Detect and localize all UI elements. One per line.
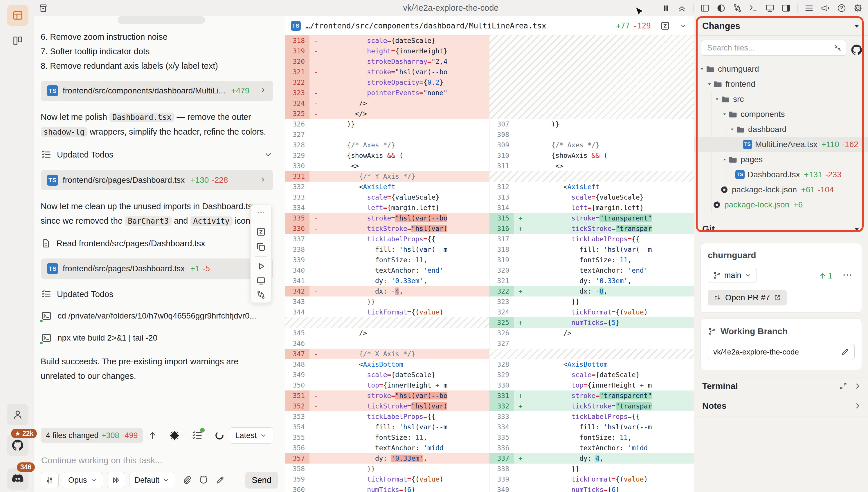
collapse-caret-icon[interactable] — [852, 22, 861, 30]
composer-settings-button[interactable] — [41, 472, 58, 488]
arrow-up-icon[interactable] — [147, 430, 158, 441]
composer-input[interactable]: Continue working on this task... — [34, 450, 285, 467]
code-content: /> — [323, 98, 489, 108]
latest-dropdown[interactable]: Latest — [229, 427, 273, 444]
contrast-icon[interactable] — [716, 3, 726, 13]
git-compare-icon[interactable] — [732, 3, 742, 13]
branch-dropdown[interactable]: main — [708, 268, 757, 283]
changes-section-header[interactable]: Changes — [702, 21, 861, 31]
copy-icon[interactable] — [256, 241, 266, 252]
chevron-right-icon[interactable] — [853, 401, 862, 411]
files-changed-chip[interactable]: 4 files changed +308 -499 — [41, 428, 143, 443]
panel-left-icon[interactable] — [700, 3, 710, 13]
edit-pencil-icon[interactable] — [840, 347, 850, 356]
caret-down-icon[interactable] — [714, 96, 720, 102]
fast-forward-button[interactable] — [107, 472, 125, 488]
tree-item-dashboard-tsx[interactable]: TSDashboard.tsx+131-233 — [694, 167, 868, 182]
code-content: height={innerHeight} — [323, 46, 489, 56]
pen-icon[interactable] — [215, 475, 225, 485]
dots-h-icon[interactable] — [256, 207, 266, 218]
tree-item-package-lock-json[interactable]: package-lock.json+6 — [694, 197, 868, 212]
git-title: Git — [702, 224, 715, 235]
repo-more-menu[interactable]: ⋯ — [842, 269, 853, 280]
terminal-command-row[interactable]: cd /private/var/folders/10/h7w0q46556ggr… — [41, 310, 273, 322]
tree-item-package-lock-json[interactable]: package-lock.json+61-104 — [694, 182, 868, 197]
rail-workspace-button[interactable] — [7, 5, 28, 26]
caret-down-icon[interactable] — [721, 111, 728, 118]
code-token: = — [612, 475, 616, 483]
collapse-tree-icon[interactable] — [833, 44, 842, 52]
todo-list-icon-wrap[interactable] — [191, 429, 203, 441]
deleted-count: -233 — [825, 170, 842, 179]
diff-line: 351- stroke="hsl(var(--bo — [285, 391, 489, 401]
terminal-command-row[interactable]: npx vite build 2>&1 | tail -20 — [41, 332, 273, 344]
code-content: numTicks={5} — [527, 317, 694, 328]
file-search-input[interactable]: Search files... — [701, 40, 846, 56]
file-change-chip[interactable]: TSfrontend/src/pages/Dashboard.tsx+1-5 — [41, 259, 273, 279]
tree-item-src[interactable]: src — [694, 92, 868, 107]
run-icon[interactable] — [256, 261, 266, 272]
code-content: fontSize: 11, — [323, 255, 489, 265]
tree-item-frontend[interactable]: frontend — [694, 77, 868, 92]
file-change-chip[interactable]: TSfrontend/src/components/dashboard/Mult… — [41, 81, 273, 101]
mode-dropdown[interactable]: Default — [129, 472, 175, 488]
panel-right-icon[interactable] — [781, 3, 791, 13]
menu-icon[interactable] — [804, 3, 814, 13]
file-change-chip[interactable]: TSfrontend/src/pages/Dashboard.tsx+130-2… — [41, 170, 273, 190]
rail-boards-button[interactable] — [7, 30, 28, 52]
terminal-icon[interactable] — [749, 3, 758, 13]
terminal-section-header[interactable]: Terminal — [702, 381, 862, 391]
tree-item-dashboard[interactable]: dashboard — [694, 122, 868, 137]
ahead-count[interactable]: 1 — [819, 271, 832, 280]
help-icon[interactable] — [837, 3, 846, 13]
github-cat-icon[interactable] — [850, 44, 863, 56]
settings-icon[interactable] — [853, 3, 863, 13]
file-path: frontend/src/pages/Dashboard.tsx — [63, 264, 185, 273]
megaphone-icon[interactable] — [820, 3, 830, 13]
caret-down-icon[interactable] — [706, 81, 713, 87]
working-branch-input[interactable]: vk/4e2a-explore-the-code — [708, 344, 855, 360]
rail-account-button[interactable] — [7, 404, 28, 425]
code-token: "transpar — [616, 225, 652, 232]
expand-icon[interactable] — [839, 382, 848, 391]
tree-item-components[interactable]: components — [694, 107, 868, 122]
monitor-icon[interactable] — [256, 276, 266, 286]
collapse-caret-icon[interactable] — [852, 225, 861, 233]
notes-section-header[interactable]: Notes — [702, 401, 862, 411]
caret-down-icon[interactable] — [729, 126, 735, 132]
collapse-up-icon[interactable] — [677, 3, 687, 13]
tree-item-multilinearea-tsx[interactable]: TSMultiLineArea.tsx+110-162 — [694, 137, 868, 152]
diff-doc-icon[interactable] — [256, 226, 266, 237]
archive-icon[interactable] — [38, 3, 48, 13]
git-compare-icon[interactable] — [256, 290, 266, 300]
diff-view-icon[interactable] — [660, 20, 671, 31]
send-button[interactable]: Send — [245, 472, 278, 489]
chevron-right-icon[interactable] — [853, 382, 862, 391]
code-token: && — [592, 152, 600, 159]
tree-item-churnguard[interactable]: churnguard — [694, 62, 868, 77]
updated-todos-row[interactable]: Updated Todos — [41, 149, 273, 160]
pause-icon[interactable] — [661, 3, 671, 13]
tool-action-row[interactable]: Read frontend/src/pages/Dashboard.tsx — [41, 238, 273, 249]
model-dropdown[interactable]: Opus — [63, 472, 103, 488]
updated-todos-row[interactable]: Updated Todos — [41, 289, 273, 300]
cat-icon[interactable] — [198, 474, 209, 486]
caret-down-icon[interactable] — [699, 66, 705, 72]
code-token: {valueScale} — [391, 194, 439, 201]
chevron-down-icon[interactable] — [263, 150, 273, 159]
git-section-header[interactable]: Git — [702, 224, 861, 235]
line-number: 312 — [489, 181, 514, 192]
monitor-icon[interactable] — [765, 3, 775, 13]
tree-item-pages[interactable]: pages — [694, 152, 868, 167]
burst-icon[interactable] — [169, 429, 180, 441]
spinner-icon[interactable] — [214, 430, 225, 441]
code-token: dy: — [375, 454, 391, 462]
chevron-down-icon[interactable] — [679, 22, 687, 30]
caret-down-icon[interactable] — [721, 156, 728, 163]
repo-name: churnguard — [708, 250, 756, 260]
change-marker — [514, 432, 527, 443]
code-content: strokeOpacity={0.2} — [323, 77, 489, 88]
open-pr-button[interactable]: Open PR #7 — [708, 290, 787, 305]
attach-icon[interactable] — [182, 475, 192, 485]
code-content: strokeDasharray="2,4 — [323, 56, 489, 67]
